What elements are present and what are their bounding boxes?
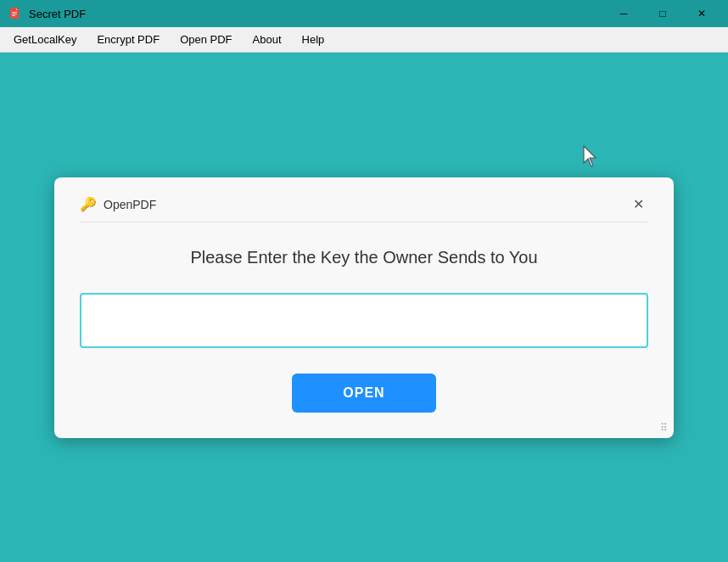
menu-bar: GetLocalKey Encrypt PDF Open PDF About H… [0,27,728,53]
close-button[interactable]: ✕ [682,0,721,27]
svg-marker-6 [584,146,596,166]
main-content: 🔑 OpenPDF ✕ Please Enter the Key the Own… [0,53,728,562]
maximize-button[interactable]: □ [643,0,682,27]
title-bar-controls: ─ □ ✕ [604,0,721,27]
menu-item-get-local-key[interactable]: GetLocalKey [3,30,87,49]
app-icon [8,7,22,20]
menu-item-help[interactable]: Help [292,30,335,49]
cursor-icon [582,144,602,168]
dialog-prompt: Please Enter the Key the Owner Sends to … [190,248,537,267]
dialog-close-button[interactable]: ✕ [628,194,648,215]
key-icon: 🔑 [80,196,97,212]
key-input[interactable] [80,293,648,348]
title-bar: Secret PDF ─ □ ✕ [0,0,728,27]
menu-item-encrypt-pdf[interactable]: Encrypt PDF [87,30,170,49]
dialog-title-area: 🔑 OpenPDF [80,196,156,212]
dialog-title: OpenPDF [104,198,156,211]
menu-item-about[interactable]: About [243,30,292,49]
dialog-body: Please Enter the Key the Owner Sends to … [80,248,648,413]
open-button[interactable]: OPEN [292,374,435,413]
app-title: Secret PDF [29,8,86,20]
menu-item-open-pdf[interactable]: Open PDF [170,30,242,49]
svg-rect-4 [12,14,17,14]
minimize-button[interactable]: ─ [604,0,643,27]
svg-rect-3 [12,12,17,13]
dialog: 🔑 OpenPDF ✕ Please Enter the Key the Own… [54,177,674,438]
resize-handle[interactable]: ⠿ [658,423,669,433]
title-bar-left: Secret PDF [8,7,86,20]
svg-rect-5 [12,15,15,16]
dialog-header: 🔑 OpenPDF ✕ [80,194,648,222]
